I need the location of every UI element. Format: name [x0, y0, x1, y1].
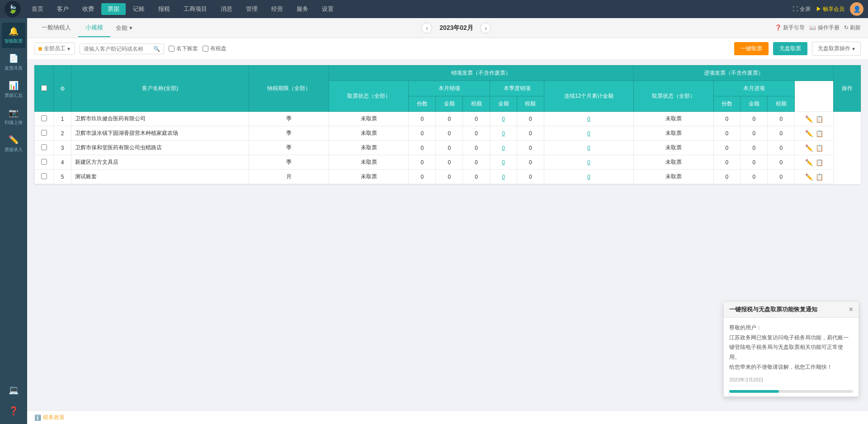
- edit-icon-4[interactable]: ✏️: [805, 173, 813, 181]
- nav-home[interactable]: 首页: [25, 3, 50, 15]
- row-m-tax1-0: 0: [463, 112, 490, 126]
- taxpayer-tabs: 一般纳税人 小规模 全能 ▾: [34, 19, 138, 37]
- tab-small-scale[interactable]: 小规模: [78, 19, 110, 37]
- detail-icon-2[interactable]: 📋: [816, 144, 823, 152]
- row-m-tax1-4: 0: [463, 170, 490, 184]
- row-m-tax2-2: 0: [768, 141, 795, 155]
- table-row: 1 卫辉市玖玖健合医药有限公司 季 未取票 0 0 0 0 0 0 未取票 0 …: [35, 112, 861, 126]
- notification-body: 尊敬的用户： 江苏政务网已恢复访问电子税务局功能，易代账一键登陆电子税务局与无盘…: [724, 318, 859, 390]
- sidebar-label-smart-ticket: 智能取票: [5, 38, 23, 44]
- edit-icon-2[interactable]: ✏️: [805, 144, 813, 152]
- row-checkbox-cell-1[interactable]: [35, 126, 54, 141]
- row-status2-3: 未取票: [634, 155, 713, 170]
- refresh-btn[interactable]: ↻ 刷新: [844, 24, 861, 32]
- user-avatar[interactable]: 👤: [850, 2, 863, 16]
- edit-icon-1[interactable]: ✏️: [805, 130, 813, 137]
- tab-general-taxpayer[interactable]: 一般纳税人: [34, 19, 78, 37]
- sidebar-item-invoice-summary[interactable]: 📊 票据汇总: [2, 77, 25, 102]
- row-m-count2-0: 0: [713, 112, 741, 126]
- search-input[interactable]: [84, 46, 151, 52]
- row-m-tax1-3: 0: [463, 155, 490, 170]
- sidebar-bottom-help[interactable]: ❓: [2, 402, 25, 419]
- member-btn[interactable]: ▶ 畅享会员: [816, 5, 844, 13]
- row-no-3: 4: [54, 155, 71, 170]
- row-period-2: 季: [249, 141, 329, 155]
- tab-all-taxpayer[interactable]: 全能 ▾: [110, 19, 138, 37]
- col-sales-status: 取票状态（全部）: [329, 81, 408, 112]
- has-tax-disk-checkbox[interactable]: [203, 46, 208, 52]
- row-name-4: 测试账套: [71, 170, 249, 184]
- sidebar: 🔔 智能取票 📄 发票开具 📊 票据汇总 📷 扫描上传 ✏️ 票据录入 💻 ❓: [0, 18, 27, 424]
- nav-message[interactable]: 消息: [214, 3, 239, 15]
- nav-management[interactable]: 管理: [240, 3, 264, 15]
- nav-invoice[interactable]: 票据: [101, 3, 126, 15]
- row-checkbox-cell-4[interactable]: [35, 170, 54, 184]
- nav-service[interactable]: 服务: [290, 3, 315, 15]
- top-right-area: ⛶ 全屏 ▶ 畅享会员 👤: [793, 2, 863, 16]
- row-m-amount1-2: 0: [436, 141, 463, 155]
- employee-filter[interactable]: 全部员工 ▾: [34, 43, 75, 55]
- row-checkbox-cell-2[interactable]: [35, 141, 54, 155]
- one-key-ticket-btn[interactable]: 一键取票: [734, 42, 769, 55]
- detail-icon-1[interactable]: 📋: [816, 130, 823, 137]
- sidebar-bottom-monitor[interactable]: 💻: [2, 381, 25, 399]
- current-month-display: 2023年02月: [436, 24, 476, 32]
- row-cum-4: 0: [544, 170, 633, 184]
- row-checkbox-0[interactable]: [41, 115, 47, 121]
- row-status2-4: 未取票: [634, 170, 713, 184]
- select-all-cell[interactable]: [35, 66, 54, 112]
- next-month-btn[interactable]: ›: [480, 23, 491, 33]
- row-checkbox-4[interactable]: [41, 173, 47, 179]
- notification-scrollbar[interactable]: [729, 390, 853, 393]
- search-box[interactable]: 🔍: [80, 43, 164, 54]
- row-no-0: 1: [54, 112, 71, 126]
- my-account-filter[interactable]: 名下账套: [169, 45, 198, 52]
- settings-col[interactable]: ⚙: [54, 66, 71, 112]
- detail-icon-3[interactable]: 📋: [816, 159, 823, 166]
- nav-customer[interactable]: 客户: [51, 3, 75, 15]
- row-checkbox-1[interactable]: [41, 130, 47, 136]
- nav-business[interactable]: 工商项目: [177, 3, 213, 15]
- fullscreen-btn[interactable]: ⛶ 全屏: [793, 5, 810, 13]
- row-status2-2: 未取票: [634, 141, 713, 155]
- sidebar-item-smart-ticket[interactable]: 🔔 智能取票: [2, 23, 25, 48]
- sidebar-item-invoice-entry[interactable]: ✏️ 票据录入: [2, 131, 25, 157]
- row-checkbox-cell-3[interactable]: [35, 155, 54, 170]
- notification-close-btn[interactable]: ×: [849, 305, 853, 314]
- sidebar-label-invoice-summary: 票据汇总: [5, 92, 23, 99]
- new-guide-btn[interactable]: ❓ 新手引导: [775, 24, 805, 32]
- tax-policy-link[interactable]: 税务政策: [43, 414, 65, 421]
- edit-icon-3[interactable]: ✏️: [805, 159, 813, 166]
- sidebar-item-issue-invoice[interactable]: 📄 发票开具: [2, 50, 25, 75]
- sidebar-item-scan-upload[interactable]: 📷 扫描上传: [2, 104, 25, 129]
- row-cum-2: 0: [544, 141, 633, 155]
- row-m-amount1-0: 0: [436, 112, 463, 126]
- row-checkbox-cell-0[interactable]: [35, 112, 54, 126]
- select-all-checkbox[interactable]: [41, 85, 47, 91]
- notification-popup: 一键报税与无盘取票功能恢复通知 × 尊敬的用户： 江苏政务网已恢复访问电子税务局…: [723, 301, 859, 397]
- has-tax-disk-filter[interactable]: 有税盘: [203, 45, 226, 52]
- nav-settings[interactable]: 设置: [316, 3, 340, 15]
- nav-tax[interactable]: 报税: [152, 3, 176, 15]
- row-m-tax1-2: 0: [463, 141, 490, 155]
- no-disk-ticket-btn[interactable]: 无盘取票: [773, 42, 807, 55]
- table-row: 4 新建区方方文具店 季 未取票 0 0 0 0 0 0 未取票 0 0 0 ✏…: [35, 155, 861, 170]
- row-checkbox-3[interactable]: [41, 159, 47, 165]
- detail-icon-0[interactable]: 📋: [816, 115, 823, 123]
- detail-icon-4[interactable]: 📋: [816, 173, 823, 181]
- row-name-0: 卫辉市玖玖健合医药有限公司: [71, 112, 249, 126]
- my-account-checkbox[interactable]: [169, 46, 175, 52]
- prev-month-btn[interactable]: ‹: [421, 23, 432, 33]
- issue-invoice-icon: 📄: [9, 53, 19, 63]
- nav-operation[interactable]: 经营: [265, 3, 289, 15]
- edit-icon-0[interactable]: ✏️: [805, 115, 813, 123]
- col-action: 操作: [834, 66, 861, 112]
- no-disk-op-btn[interactable]: 无盘取票操作 ▾: [812, 42, 861, 56]
- nav-fee[interactable]: 收费: [76, 3, 100, 15]
- manual-btn[interactable]: 📖 操作手册: [809, 24, 839, 32]
- nav-bookkeeping[interactable]: 记账: [127, 3, 151, 15]
- row-m-amount2-0: 0: [741, 112, 768, 126]
- search-icon[interactable]: 🔍: [153, 46, 160, 52]
- row-checkbox-2[interactable]: [41, 144, 47, 150]
- col-sales-m-amount: 金额: [436, 96, 463, 112]
